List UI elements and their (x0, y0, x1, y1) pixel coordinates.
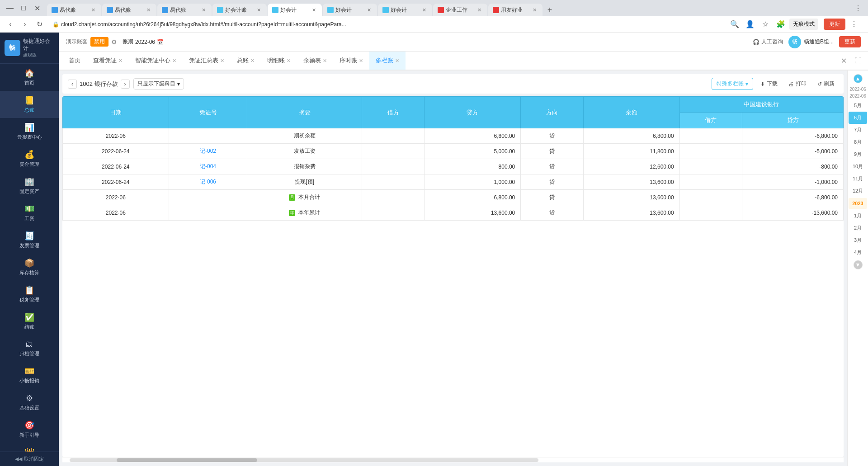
search-icon[interactable]: 🔍 (728, 18, 741, 31)
update-button[interactable]: 更新 (824, 19, 845, 30)
next-account-btn[interactable]: › (121, 80, 130, 89)
month-item-12[interactable]: 12月 (848, 185, 868, 197)
browser-tab-2[interactable]: 易代账 ✕ (102, 4, 156, 16)
cell-voucher[interactable]: 记-002 (169, 144, 247, 159)
sidebar-item-reports[interactable]: 📊 云报表中心 (0, 118, 59, 145)
maximize-btn[interactable]: □ (17, 2, 30, 14)
tab-detail-ledger-close[interactable]: ✕ (287, 58, 291, 64)
browser-tab-4[interactable]: 好会计账 ✕ (212, 4, 267, 16)
special-multicolumn-btn[interactable]: 特殊多栏账 ▾ (712, 78, 753, 90)
tab-close-1[interactable]: ✕ (90, 6, 97, 14)
tab-view-voucher[interactable]: 查看凭证 ✕ (87, 52, 129, 71)
sidebar-item-settings[interactable]: ⚙ 基础设置 (0, 389, 59, 416)
panel-close-btn[interactable]: ✕ (837, 54, 850, 67)
browser-tab-5[interactable]: 好会计 ✕ (268, 4, 322, 16)
cell-voucher[interactable]: 记-006 (169, 174, 247, 190)
refresh-btn[interactable]: ↺ 刷新 (814, 78, 838, 89)
tab-list-btn[interactable]: ⋮ (852, 2, 864, 14)
browser-tab-6[interactable]: 好会计 ✕ (323, 4, 377, 16)
tab-smart-voucher-close[interactable]: ✕ (172, 58, 176, 64)
tab-close-8[interactable]: ✕ (476, 6, 483, 14)
app-update-button[interactable]: 更新 (839, 36, 861, 47)
demo-badge[interactable]: 禁用 (90, 37, 108, 47)
consult-button[interactable]: 🎧 人工咨询 (753, 38, 783, 46)
print-btn[interactable]: 🖨 打印 (785, 78, 810, 89)
month-item-10[interactable]: 10月 (848, 160, 868, 173)
sidebar-item-guide[interactable]: 🎯 新手引导 (0, 416, 59, 443)
back-button[interactable]: ‹ (4, 18, 17, 31)
month-item-11[interactable]: 11月 (848, 173, 868, 185)
sidebar-item-payroll[interactable]: 💵 工资 (0, 199, 59, 226)
month-item-9[interactable]: 9月 (848, 148, 868, 160)
sidebar-item-invoice[interactable]: 🧾 发票管理 (0, 226, 59, 254)
calendar-icon[interactable]: 📅 (157, 39, 164, 45)
tab-voucher-summary-close[interactable]: ✕ (220, 58, 224, 64)
tab-close-9[interactable]: ✕ (531, 6, 538, 14)
tab-general-ledger[interactable]: 总账 ✕ (231, 52, 261, 71)
horizontal-scrollbar[interactable] (62, 457, 844, 462)
tab-journal[interactable]: 序时账 ✕ (333, 52, 369, 71)
close-browser-btn[interactable]: ✕ (31, 2, 43, 14)
tab-close-6[interactable]: ✕ (365, 6, 373, 14)
month-nav-up[interactable]: ▲ (848, 72, 868, 85)
new-tab-button[interactable]: + (543, 4, 556, 16)
reload-button[interactable]: ↻ (33, 18, 46, 31)
tab-journal-close[interactable]: ✕ (359, 58, 363, 64)
sidebar-item-funds[interactable]: 💰 资金管理 (0, 145, 59, 172)
tab-close-7[interactable]: ✕ (420, 6, 428, 14)
tab-multi-column[interactable]: 多栏账 ✕ (369, 52, 406, 71)
tab-general-ledger-close[interactable]: ✕ (250, 58, 255, 64)
forward-button[interactable]: › (18, 18, 32, 31)
sidebar-item-assets[interactable]: 🏢 固定资产 (0, 172, 59, 199)
tab-multi-column-close[interactable]: ✕ (395, 58, 399, 64)
browser-tab-3[interactable]: 易代账 ✕ (157, 4, 212, 16)
tab-close-2[interactable]: ✕ (145, 6, 152, 14)
tab-view-voucher-close[interactable]: ✕ (118, 58, 123, 64)
tab-close-5[interactable]: ✕ (310, 6, 317, 14)
address-bar[interactable]: 🔒 cloud2.chanjet.com/accounting/uh26t264… (49, 17, 725, 32)
browser-tab-7[interactable]: 好会计 ✕ (378, 4, 432, 16)
month-item-7[interactable]: 7月 (848, 124, 868, 136)
prev-account-btn[interactable]: ‹ (68, 80, 77, 89)
tab-close-4[interactable]: ✕ (255, 6, 262, 14)
month-item-2023-1[interactable]: 1月 (848, 210, 868, 222)
browser-tab-1[interactable]: 易代账 ✕ (47, 4, 101, 16)
sidebar-item-tax[interactable]: 📋 税务管理 (0, 281, 59, 308)
filter-dropdown[interactable]: 只显示下级科目 ▾ (133, 78, 184, 89)
panel-expand-btn[interactable]: ⛶ (852, 54, 864, 67)
profile-icon[interactable]: 👤 (743, 18, 757, 31)
tab-close-3[interactable]: ✕ (200, 6, 207, 14)
user-info[interactable]: 畅 畅通通B组... (788, 36, 834, 48)
tab-smart-voucher[interactable]: 智能凭证中心 ✕ (129, 52, 183, 71)
tab-detail-ledger[interactable]: 明细账 ✕ (261, 52, 297, 71)
month-item-6[interactable]: 6月 (849, 112, 867, 124)
month-item-2023-2[interactable]: 2月 (848, 222, 868, 234)
download-btn[interactable]: ⬇ 下载 (757, 78, 781, 89)
sidebar-item-archive[interactable]: 🗂 归档管理 (0, 335, 59, 362)
cell-voucher[interactable]: 记-004 (169, 159, 247, 174)
tab-balance-sheet-close[interactable]: ✕ (323, 58, 327, 64)
bookmark-icon[interactable]: ☆ (759, 18, 772, 31)
sidebar-item-inventory[interactable]: 📦 库存核算 (0, 254, 59, 281)
month-item-2023-3[interactable]: 3月 (848, 234, 868, 246)
tab-balance-sheet[interactable]: 余额表 ✕ (297, 52, 333, 71)
month-item-5[interactable]: 5月 (848, 99, 868, 112)
sidebar-item-home[interactable]: 🏠 首页 (0, 64, 59, 91)
sidebar-item-member[interactable]: 👑 畅会员 (0, 443, 59, 452)
gear-icon[interactable]: ⚙ (111, 38, 117, 46)
month-nav-down[interactable]: ▼ (848, 259, 868, 271)
month-item-2023-4[interactable]: 4月 (848, 246, 868, 259)
sidebar-item-ledger[interactable]: 📒 总账 (0, 91, 59, 118)
minimize-btn[interactable]: — (4, 2, 16, 14)
month-item-8[interactable]: 8月 (848, 136, 868, 148)
incognito-mode-btn[interactable]: 无痕模式 (789, 19, 818, 30)
browser-tab-8[interactable]: 企业工作 ✕ (433, 4, 487, 16)
browser-tab-9[interactable]: 用友好业 ✕ (488, 4, 542, 16)
tab-home[interactable]: 首页 (62, 52, 87, 71)
sidebar-unpin-btn[interactable]: ◀◀ 取消固定 (0, 452, 59, 466)
extension-icon[interactable]: 🧩 (774, 18, 788, 31)
sidebar-item-close-accounts[interactable]: ✅ 结账 (0, 308, 59, 335)
tab-voucher-summary[interactable]: 凭证汇总表 ✕ (183, 52, 231, 71)
sidebar-item-expense[interactable]: 🎫 小畅报销 (0, 362, 59, 389)
menu-icon[interactable]: ⋮ (847, 18, 861, 31)
